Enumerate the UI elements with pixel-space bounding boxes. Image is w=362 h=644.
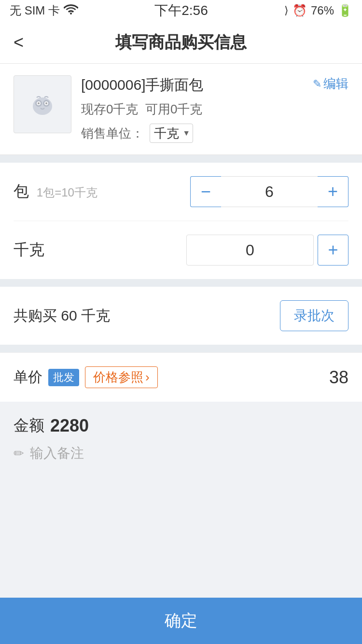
background-filler (0, 470, 362, 615)
nav-bar: < 填写商品购买信息 (0, 21, 362, 64)
price-ref-label: 价格参照 (93, 369, 143, 386)
product-image (14, 75, 71, 133)
time-label: 下午2:56 (154, 1, 208, 20)
amount-label: 金额 (14, 415, 44, 436)
kg-quantity-control: + (186, 235, 348, 266)
total-amount: 60 (61, 308, 77, 323)
bao-decrement-button[interactable]: − (190, 176, 221, 207)
page-title: 填写商品购买信息 (115, 31, 247, 54)
remark-row[interactable]: ✏ 输入备注 (14, 444, 348, 462)
carrier-label: 无 SIM 卡 (10, 3, 60, 18)
svg-point-5 (38, 102, 40, 104)
section-divider-3 (0, 345, 362, 352)
price-label: 单价 (14, 367, 42, 387)
kg-input[interactable] (186, 235, 314, 266)
price-ref-button[interactable]: 价格参照 › (85, 366, 158, 388)
status-right: ⟩ ⏰ 76% 🔋 (284, 4, 352, 17)
bao-hint: 1包=10千克 (37, 186, 97, 199)
kg-label: 千克 (14, 239, 44, 261)
batch-button[interactable]: 录批次 (280, 300, 348, 331)
location-icon: ⟩ (284, 4, 289, 17)
price-section: 单价 批发 价格参照 › 38 (0, 352, 362, 402)
bao-increment-button[interactable]: + (318, 176, 348, 207)
bao-input[interactable] (221, 176, 318, 207)
bao-label: 包 (14, 182, 29, 200)
confirm-button[interactable]: 确定 (0, 598, 362, 644)
amount-value: 2280 (50, 416, 89, 436)
price-ref-arrow: › (145, 370, 150, 385)
status-bar: 无 SIM 卡 下午2:56 ⟩ ⏰ 76% 🔋 (0, 0, 362, 21)
total-section: 共购买 60 千克 录批次 (0, 287, 362, 345)
unit-select-wrap[interactable]: 千克 (150, 124, 193, 143)
back-button[interactable]: < (14, 32, 24, 53)
bao-row: 包 1包=10千克 − + (14, 163, 348, 221)
section-divider-1 (0, 155, 362, 163)
edit-button[interactable]: ✎ 编辑 (313, 75, 348, 92)
battery-label: 76% (311, 4, 334, 17)
product-stock: 现存0千克 可用0千克 (81, 101, 348, 118)
battery-icon: 🔋 (338, 4, 352, 17)
amount-row: 金额 2280 (14, 415, 348, 436)
section-divider-2 (0, 279, 362, 287)
kg-row: 千克 + (14, 221, 348, 279)
remark-placeholder: 输入备注 (30, 444, 84, 462)
pifa-badge: 批发 (48, 369, 79, 386)
remark-icon: ✏ (14, 446, 24, 461)
status-left: 无 SIM 卡 (10, 3, 78, 18)
wifi-icon (64, 4, 78, 17)
quantity-section: 包 1包=10千克 − + 千克 + (0, 163, 362, 279)
edit-icon: ✎ (313, 78, 321, 90)
product-card: [0000006]手撕面包 现存0千克 可用0千克 销售单位： 千克 ✎ 编辑 (0, 64, 362, 155)
svg-point-0 (33, 98, 52, 115)
price-value: 38 (329, 367, 348, 388)
product-name: [0000006]手撕面包 (81, 75, 348, 95)
svg-point-6 (45, 102, 47, 104)
alarm-icon: ⏰ (292, 4, 307, 17)
bao-quantity-control: − + (190, 176, 348, 207)
product-info: [0000006]手撕面包 现存0千克 可用0千克 销售单位： 千克 (81, 75, 348, 143)
bao-label-wrap: 包 1包=10千克 (14, 181, 97, 202)
amount-section: 金额 2280 ✏ 输入备注 (0, 402, 362, 470)
product-unit-row: 销售单位： 千克 (81, 124, 348, 143)
unit-select[interactable]: 千克 (150, 124, 193, 143)
total-text: 共购买 60 千克 (14, 306, 110, 326)
price-left: 单价 批发 价格参照 › (14, 366, 158, 388)
kg-increment-button[interactable]: + (318, 235, 348, 266)
